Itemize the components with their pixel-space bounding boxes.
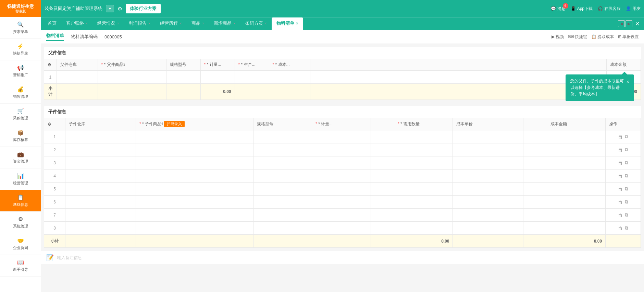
child-spec-cell[interactable] [253, 196, 312, 209]
child-unit-cell[interactable] [312, 183, 371, 196]
child-qty-cell[interactable] [394, 196, 453, 209]
child-unit-cell[interactable] [312, 209, 371, 222]
sidebar-item-采购管理[interactable]: 🛒采购管理 [0, 104, 41, 125]
child-product-cell[interactable] [136, 130, 253, 143]
nav-tab-首页[interactable]: 首页 [43, 17, 61, 30]
sidebar-item-快捷导航[interactable]: ⚡快捷导航 [0, 39, 41, 60]
child-product-cell[interactable] [136, 143, 253, 156]
child-qty-cell[interactable] [394, 209, 453, 222]
child-warehouse-cell[interactable] [65, 143, 136, 156]
sidebar-item-库存核算[interactable]: 📦库存核算 [0, 125, 41, 147]
delete-icon[interactable]: 🗑 [618, 212, 623, 218]
delete-icon[interactable]: 🗑 [618, 147, 623, 153]
sidebar-item-基础信息[interactable]: 📋基础信息 [0, 190, 41, 212]
bill-settings-btn[interactable]: ⊞ 单据设置 [618, 34, 639, 40]
tab-close-icon[interactable]: × [117, 21, 119, 25]
sidebar-item-新手引导[interactable]: 📖新手引导 [0, 255, 41, 277]
child-qty-cell[interactable] [394, 170, 453, 183]
child-warehouse-cell[interactable] [65, 196, 136, 209]
child-spec-cell[interactable] [253, 209, 312, 222]
copy-icon[interactable]: ⧉ [625, 134, 628, 140]
tab-close-icon[interactable]: × [296, 21, 298, 25]
parent-warehouse-cell[interactable] [57, 71, 98, 84]
tab-close-icon[interactable]: × [148, 21, 150, 25]
child-spec-cell[interactable] [253, 143, 312, 156]
copy-icon[interactable]: ⧉ [625, 160, 628, 166]
copy-icon[interactable]: ⧉ [625, 199, 628, 205]
child-cost-price-cell[interactable] [453, 222, 523, 235]
sidebar-item-资金管理[interactable]: 💼资金管理 [0, 147, 41, 168]
sidebar-item-经营管理[interactable]: 📊经营管理 [0, 168, 41, 190]
nav-tab-客户联络[interactable]: 客户联络 × [61, 17, 92, 30]
child-cost-price-cell[interactable] [453, 170, 523, 183]
sidebar-item-营销推广[interactable]: 📢营销推广 [0, 60, 41, 82]
child-spec-cell[interactable] [253, 183, 312, 196]
online-service-button[interactable]: 🎧 在线客服 [598, 6, 621, 12]
copy-icon[interactable]: ⧉ [625, 212, 628, 218]
copy-icon[interactable]: ⧉ [625, 147, 628, 153]
sub-tab-bill-list[interactable]: 物料清单 [46, 33, 64, 41]
child-cost-price-cell[interactable] [453, 130, 523, 143]
delete-icon[interactable]: 🗑 [618, 186, 623, 192]
child-product-cell[interactable] [136, 170, 253, 183]
child-spec-cell[interactable] [253, 130, 312, 143]
child-qty-cell[interactable] [394, 130, 453, 143]
child-cost-price-cell[interactable] [453, 196, 523, 209]
nav-tab-物料清单[interactable]: 物料清单 × [272, 17, 303, 30]
copy-icon[interactable]: ⧉ [625, 186, 628, 192]
child-unit-cell[interactable] [312, 196, 371, 209]
child-cost-price-cell[interactable] [453, 183, 523, 196]
child-qty-cell[interactable] [394, 143, 453, 156]
parent-col-settings[interactable]: ⚙ [44, 59, 57, 71]
tooltip-close-btn[interactable]: × [627, 78, 629, 85]
child-product-cell[interactable] [136, 156, 253, 170]
child-cost-price-cell[interactable] [453, 143, 523, 156]
child-product-cell[interactable] [136, 209, 253, 222]
parent-unit-cell[interactable] [200, 71, 235, 84]
tab-close-icon[interactable]: × [202, 21, 204, 25]
delete-icon[interactable]: 🗑 [618, 173, 623, 179]
child-qty-cell[interactable] [394, 222, 453, 235]
message-button[interactable]: 💬 消息 6 [551, 6, 566, 12]
child-col-settings[interactable]: ⚙ [44, 118, 65, 130]
tab-close-icon[interactable]: × [179, 21, 182, 25]
tab-prev[interactable]: ◀ [618, 20, 625, 27]
child-unit-cell[interactable] [312, 130, 371, 143]
trial-button[interactable]: 体验行业方案 [126, 4, 161, 13]
sidebar-item-系统管理[interactable]: ⚙系统管理 [0, 212, 41, 233]
user-menu[interactable]: 👤 用友 [626, 6, 641, 12]
parent-spec-cell[interactable] [166, 71, 200, 84]
parent-product-cell[interactable] [98, 71, 166, 84]
nav-tab-新增商品[interactable]: 新增商品 × [209, 17, 240, 30]
child-product-cell[interactable] [136, 183, 253, 196]
nav-tab-条码方案[interactable]: 条码方案 × [240, 17, 272, 30]
copy-icon[interactable]: ⧉ [625, 225, 628, 231]
child-unit-cell[interactable] [312, 222, 371, 235]
copy-icon[interactable]: ⧉ [625, 173, 628, 179]
remark-placeholder[interactable]: 输入备注信息 [57, 255, 82, 261]
nav-tab-商品[interactable]: 商品 × [187, 17, 209, 30]
child-qty-cell[interactable] [394, 156, 453, 170]
child-qty-cell[interactable] [394, 183, 453, 196]
child-unit-cell[interactable] [312, 143, 371, 156]
child-product-cell[interactable] [136, 222, 253, 235]
parent-cost-cell[interactable] [269, 71, 310, 84]
delete-icon[interactable]: 🗑 [618, 160, 623, 166]
child-cost-price-cell[interactable] [453, 209, 523, 222]
nav-tab-经营历程[interactable]: 经营历程 × [155, 17, 186, 30]
child-spec-cell[interactable] [253, 156, 312, 170]
child-warehouse-cell[interactable] [65, 183, 136, 196]
child-unit-cell[interactable] [312, 156, 371, 170]
system-dropdown[interactable]: ▾ [106, 5, 114, 12]
tab-close-icon[interactable]: × [233, 21, 235, 25]
video-btn[interactable]: ▶ 视频 [552, 34, 564, 40]
tab-close-icon[interactable]: × [86, 21, 88, 25]
child-warehouse-cell[interactable] [65, 209, 136, 222]
sidebar-item-搜索菜单[interactable]: 🔍搜索菜单 [0, 17, 41, 39]
extract-cost-btn[interactable]: 📋 提取成本 [591, 34, 614, 40]
scan-input-btn[interactable]: 扫码录入 [164, 121, 185, 127]
app-download-button[interactable]: 📱 App下载 [571, 6, 593, 12]
tab-next[interactable]: ▶ [626, 20, 632, 27]
child-product-cell[interactable] [136, 196, 253, 209]
sidebar-item-销售管理[interactable]: 💰销售管理 [0, 82, 41, 104]
